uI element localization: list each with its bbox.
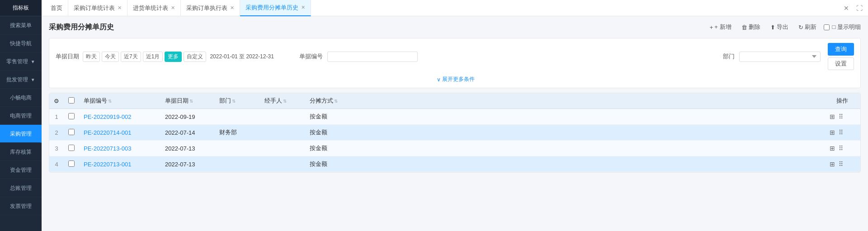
- sidebar-item-retail[interactable]: 零售管理 ▼: [0, 52, 42, 71]
- row-checkbox-cell: [64, 109, 79, 125]
- doc-no-link[interactable]: PE-20220713-003: [84, 145, 132, 152]
- row-handler: [260, 156, 305, 172]
- table-header: ⚙ 单据编号⇅ 单据日期⇅ 部门⇅: [49, 93, 860, 109]
- tab-close-inbound-stats[interactable]: ✕: [171, 5, 175, 11]
- date-btn-7days[interactable]: 近7天: [121, 52, 141, 62]
- refresh-icon: ↻: [798, 24, 803, 31]
- sidebar-logo: 指标板: [0, 0, 42, 16]
- sidebar-item-miniapp[interactable]: 小畅电商: [0, 89, 42, 107]
- sidebar-item-inventory[interactable]: 库存核算: [0, 143, 42, 161]
- header-actions: + + 新增 🗑 删除 ⬆ 导出 ↻ 刷新 □ 显示明细: [707, 22, 861, 33]
- tab-close-purchase-fee-history[interactable]: ✕: [301, 5, 305, 10]
- row-action-group: ⊞ ⠿: [829, 144, 856, 153]
- sidebar-item-invoice[interactable]: 发票管理: [0, 197, 42, 215]
- row-checkbox[interactable]: [68, 145, 75, 151]
- row-doc-date: 2022-07-14: [160, 125, 215, 141]
- dept-select[interactable]: [739, 52, 821, 62]
- row-dept: [215, 141, 260, 156]
- tab-purchase-order-stats[interactable]: 采购订单统计表 ✕: [68, 0, 127, 16]
- sort-arrow-dept: ⇅: [232, 99, 236, 104]
- sidebar-item-ecommerce[interactable]: 电商管理: [0, 107, 42, 125]
- row-checkbox-cell: [64, 125, 79, 141]
- th-settings[interactable]: ⚙: [49, 93, 64, 109]
- date-btn-more[interactable]: 更多: [165, 52, 182, 62]
- row-edit-icon[interactable]: ⊞: [829, 128, 836, 137]
- row-checkbox[interactable]: [68, 160, 75, 167]
- th-doc-no[interactable]: 单据编号⇅: [79, 93, 160, 109]
- fullscreen-icon[interactable]: ⛶: [854, 4, 864, 13]
- th-dept[interactable]: 部门⇅: [215, 93, 260, 109]
- th-action: 操作: [824, 93, 860, 109]
- tab-purchase-fee-history[interactable]: 采购费用分摊单历史 ✕: [240, 0, 311, 16]
- row-doc-no: PE-20220713-003: [79, 141, 160, 156]
- row-checkbox[interactable]: [68, 129, 75, 135]
- add-button[interactable]: + + 新增: [707, 22, 734, 33]
- tab-home[interactable]: 首页: [45, 0, 68, 16]
- export-button[interactable]: ⬆ 导出: [768, 22, 791, 33]
- row-num: 1: [49, 109, 64, 125]
- date-btn-1month[interactable]: 近1月: [143, 52, 163, 62]
- chevron-down-icon: ∨: [437, 76, 441, 83]
- row-more-icon[interactable]: ⠿: [838, 160, 844, 169]
- doc-no-link[interactable]: PE-20220919-002: [84, 113, 132, 120]
- row-more-icon[interactable]: ⠿: [838, 128, 844, 137]
- th-doc-date[interactable]: 单据日期⇅: [160, 93, 215, 109]
- filter-settings-button[interactable]: 设置: [828, 57, 854, 70]
- tab-bar-actions: ✕ ⛶: [842, 4, 864, 13]
- row-more-icon[interactable]: ⠿: [838, 144, 844, 153]
- row-handler: [260, 141, 305, 156]
- row-edit-icon[interactable]: ⊞: [829, 112, 836, 121]
- row-more-icon[interactable]: ⠿: [838, 112, 844, 121]
- sidebar-item-shortcut[interactable]: 快捷导航: [0, 34, 42, 52]
- doc-no-link[interactable]: PE-20220713-001: [84, 161, 132, 168]
- query-button[interactable]: 查询: [828, 43, 854, 56]
- sidebar-item-ledger[interactable]: 总账管理: [0, 179, 42, 197]
- tab-close-purchase-order-exec[interactable]: ✕: [230, 5, 234, 11]
- row-edit-icon[interactable]: ⊞: [829, 160, 836, 169]
- row-split-method: 按金额: [305, 141, 824, 156]
- th-split-method[interactable]: 分摊方式⇅: [305, 93, 824, 109]
- date-buttons: 昨天 今天 近7天 近1月 更多 自定义: [83, 52, 206, 62]
- row-edit-icon[interactable]: ⊞: [829, 144, 836, 153]
- row-actions-cell: ⊞ ⠿: [824, 125, 860, 141]
- sort-arrow-split: ⇅: [334, 99, 338, 104]
- tab-close-purchase-order-stats[interactable]: ✕: [118, 5, 122, 11]
- row-doc-date: 2022-07-13: [160, 141, 215, 156]
- sidebar-item-search[interactable]: 搜索菜单: [0, 16, 42, 34]
- row-split-method: 按金额: [305, 156, 824, 172]
- row-checkbox-cell: [64, 156, 79, 172]
- table-row: 2 PE-20220714-001 2022-07-14 财务部 按金额 ⊞ ⠿: [49, 125, 860, 141]
- delete-icon: 🗑: [741, 24, 747, 31]
- select-all-checkbox[interactable]: [68, 97, 75, 104]
- sidebar-item-finance[interactable]: 资金管理: [0, 161, 42, 179]
- expand-conditions-button[interactable]: ∨ 展开更多条件: [435, 75, 475, 83]
- tab-inbound-stats[interactable]: 进货单统计表 ✕: [127, 0, 181, 16]
- th-checkbox: [64, 93, 79, 109]
- sidebar-item-wholesale[interactable]: 批发管理 ▼: [0, 71, 42, 89]
- doc-no-filter-group: 单据编号: [299, 52, 418, 62]
- date-filter-group: 单据日期 昨天 今天 近7天 近1月 更多 自定义 2022-01-01 至 2…: [56, 52, 274, 62]
- row-handler: [260, 109, 305, 125]
- show-column-button[interactable]: □ 显示明细: [824, 23, 861, 31]
- doc-no-input[interactable]: [327, 52, 418, 62]
- show-column-checkbox[interactable]: [824, 24, 830, 30]
- date-btn-today[interactable]: 今天: [102, 52, 119, 62]
- close-all-tabs-icon[interactable]: ✕: [842, 4, 851, 13]
- tab-purchase-order-exec[interactable]: 采购订单执行表 ✕: [181, 0, 240, 16]
- row-checkbox[interactable]: [68, 113, 75, 119]
- doc-no-label: 单据编号: [299, 52, 323, 61]
- delete-button[interactable]: 🗑 删除: [739, 22, 763, 33]
- doc-no-link[interactable]: PE-20220714-001: [84, 129, 132, 136]
- sort-arrow-doc-date: ⇅: [189, 99, 193, 104]
- filter-area: 单据日期 昨天 今天 近7天 近1月 更多 自定义 2022-01-01 至 2…: [49, 38, 861, 88]
- table-row: 4 PE-20220713-001 2022-07-13 按金额 ⊞ ⠿: [49, 156, 860, 172]
- row-action-group: ⊞ ⠿: [829, 128, 856, 137]
- th-handler[interactable]: 经手人⇅: [260, 93, 305, 109]
- sort-arrow-handler: ⇅: [283, 99, 287, 104]
- sidebar-item-purchase[interactable]: 采购管理: [0, 125, 42, 143]
- date-filter-label: 单据日期: [56, 52, 79, 61]
- date-btn-yesterday[interactable]: 昨天: [83, 52, 100, 62]
- refresh-button[interactable]: ↻ 刷新: [796, 22, 819, 33]
- date-btn-custom[interactable]: 自定义: [184, 52, 206, 62]
- table-settings-icon[interactable]: ⚙: [54, 98, 59, 104]
